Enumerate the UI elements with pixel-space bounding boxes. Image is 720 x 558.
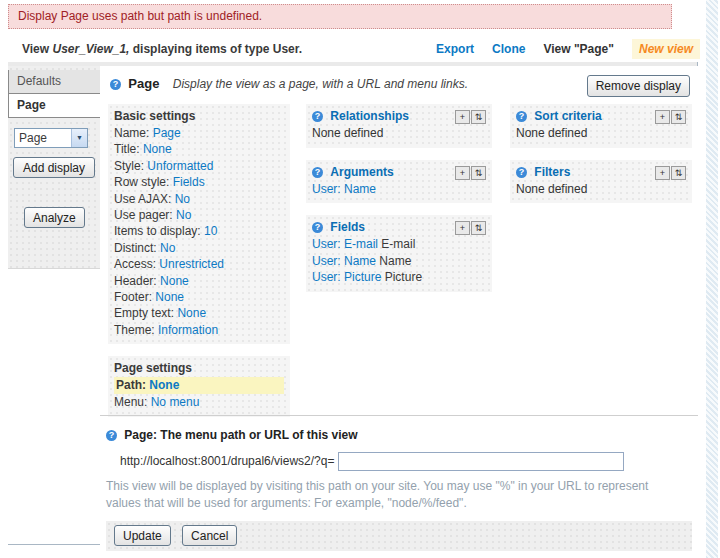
analyze-button[interactable]: Analyze — [24, 207, 85, 228]
relationships-title-link[interactable]: Relationships — [330, 109, 409, 123]
filters-empty-text: None defined — [516, 181, 686, 198]
setting-label: Title: — [114, 142, 140, 156]
fields-title-link[interactable]: Fields — [330, 220, 365, 234]
sort-criteria-header: ? Sort criteria +⇅ — [516, 109, 686, 123]
settings-column: Basic settings Name: Page Title: None St… — [108, 104, 290, 429]
setting-value-link[interactable]: Unrestricted — [159, 257, 224, 271]
setting-value-link[interactable]: No — [176, 208, 191, 222]
setting-row-theme: Theme: Information — [114, 322, 284, 338]
setting-value-link[interactable]: Page — [153, 126, 181, 140]
menu-value-link[interactable]: No menu — [151, 395, 200, 409]
filters-header: ? Filters +⇅ — [516, 165, 686, 179]
setting-value-link[interactable]: Unformatted — [147, 159, 213, 173]
setting-label: Theme: — [114, 323, 155, 337]
cancel-button[interactable]: Cancel — [182, 525, 237, 546]
setting-row-row-style: Row style: Fields — [114, 174, 284, 190]
path-value-link[interactable]: None — [149, 378, 179, 392]
help-icon[interactable]: ? — [516, 167, 527, 178]
path-form: ? Page: The menu path or URL of this vie… — [100, 415, 698, 545]
menu-label: Menu: — [114, 395, 147, 409]
remove-display-button[interactable]: Remove display — [587, 75, 690, 97]
add-display-button[interactable]: Add display — [13, 157, 95, 178]
help-icon[interactable]: ? — [312, 111, 323, 122]
rearrange-icon[interactable]: ⇅ — [471, 221, 486, 235]
setting-row-distinct: Distinct: No — [114, 240, 284, 256]
help-icon[interactable]: ? — [106, 430, 117, 441]
rearrange-icon[interactable]: ⇅ — [671, 110, 686, 124]
url-prefix-text: http://localhost:8001/drupal6/views2/?q= — [120, 454, 334, 468]
help-icon[interactable]: ? — [110, 79, 121, 90]
rearrange-icon[interactable]: ⇅ — [471, 166, 486, 180]
help-icon[interactable]: ? — [312, 222, 323, 233]
setting-row-menu: Menu: No menu — [114, 394, 284, 411]
setting-value-link[interactable]: None — [177, 306, 206, 320]
setting-value-link[interactable]: 10 — [204, 224, 217, 238]
arguments-ops: +⇅ — [454, 165, 486, 180]
setting-value-link[interactable]: No — [160, 241, 175, 255]
add-icon[interactable]: + — [655, 110, 670, 124]
add-icon[interactable]: + — [455, 110, 470, 124]
fields-box: ? Fields +⇅ User: E-mail E-mail User: Na… — [306, 215, 492, 292]
setting-value-link[interactable]: Information — [158, 323, 218, 337]
add-icon[interactable]: + — [455, 166, 470, 180]
tab-page[interactable]: Page — [8, 94, 100, 118]
display-tabs: Defaults Page — [8, 70, 100, 118]
setting-row-style: Style: Unformatted — [114, 158, 284, 174]
help-icon[interactable]: ? — [516, 111, 527, 122]
arguments-header: ? Arguments +⇅ — [312, 165, 486, 179]
setting-label: Name: — [114, 126, 149, 140]
view-action-links: Export Clone View "Page" New view — [436, 39, 700, 59]
rearrange-icon[interactable]: ⇅ — [671, 166, 686, 180]
setting-label: Header: — [114, 274, 157, 288]
display-panel-header: ? Page Display the view as a page, with … — [100, 66, 698, 91]
relationships-empty-text: None defined — [312, 125, 486, 142]
chevron-down-icon[interactable]: ▼ — [71, 129, 87, 147]
display-panel-description: Display the view as a page, with a URL a… — [173, 77, 468, 91]
arguments-title-link[interactable]: Arguments — [330, 165, 393, 179]
sort-criteria-ops: +⇅ — [654, 109, 686, 124]
field-link[interactable]: User: Name — [312, 254, 376, 268]
tab-defaults[interactable]: Defaults — [8, 70, 100, 94]
setting-row-empty-text: Empty text: None — [114, 305, 284, 321]
sort-criteria-title-link[interactable]: Sort criteria — [534, 109, 601, 123]
clone-link[interactable]: Clone — [492, 42, 525, 56]
page-settings-title: Page settings — [114, 361, 284, 375]
add-icon[interactable]: + — [655, 166, 670, 180]
path-form-footer: Update Cancel — [106, 521, 692, 551]
setting-label: Row style: — [114, 175, 169, 189]
sort-criteria-box: ? Sort criteria +⇅ None defined — [510, 104, 692, 148]
field-link[interactable]: User: Picture — [312, 270, 381, 284]
error-message: Display Page uses path but path is undef… — [8, 4, 672, 29]
help-icon[interactable]: ? — [312, 167, 323, 178]
setting-label: Use AJAX: — [114, 192, 171, 206]
new-view-link[interactable]: New view — [632, 39, 700, 59]
setting-value-link[interactable]: None — [143, 142, 172, 156]
setting-value-link[interactable]: None — [155, 290, 184, 304]
relationships-ops: +⇅ — [454, 109, 486, 124]
page-settings-box: Page settings Path: None Menu: No menu — [108, 356, 290, 417]
relationships-header: ? Relationships +⇅ — [312, 109, 486, 123]
setting-value-link[interactable]: None — [160, 274, 189, 288]
filters-box: ? Filters +⇅ None defined — [510, 160, 692, 204]
rearrange-icon[interactable]: ⇅ — [471, 110, 486, 124]
path-input[interactable] — [338, 452, 624, 471]
setting-value-link[interactable]: Fields — [173, 175, 205, 189]
basic-settings-title: Basic settings — [114, 109, 284, 123]
view-title-suffix: displaying items of type User. — [129, 42, 302, 56]
display-panel-title: Page — [128, 76, 159, 91]
path-help-text: This view will be displayed by visiting … — [106, 478, 684, 512]
export-link[interactable]: Export — [436, 42, 474, 56]
view-page-link[interactable]: View "Page" — [543, 42, 614, 56]
setting-label: Empty text: — [114, 306, 174, 320]
view-name: User_View_1, — [52, 42, 129, 56]
right-column: ? Sort criteria +⇅ None defined ? Filter… — [510, 104, 692, 215]
argument-link[interactable]: User: Name — [312, 182, 376, 196]
field-label: Name — [379, 254, 411, 268]
update-button[interactable]: Update — [114, 525, 171, 546]
field-link[interactable]: User: E-mail — [312, 237, 378, 251]
display-type-select[interactable]: Page ▼ — [14, 128, 88, 148]
filters-title-link[interactable]: Filters — [534, 165, 570, 179]
field-item: User: Name Name — [312, 253, 486, 270]
add-icon[interactable]: + — [455, 221, 470, 235]
setting-value-link[interactable]: No — [175, 192, 190, 206]
